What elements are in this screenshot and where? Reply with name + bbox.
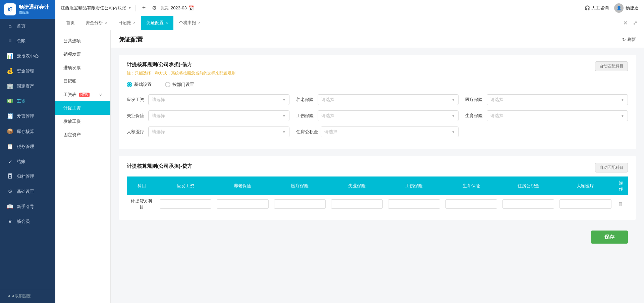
user-menu[interactable]: 👤 畅捷通 [614,3,639,13]
pension-label: 养老保险 [296,97,315,103]
unemployment-label: 失业保险 [127,113,146,119]
tab-close-journal[interactable]: × [133,20,136,25]
credit-housing-fund-input[interactable] [502,199,554,209]
gross-salary-select[interactable]: 请选择 ▼ [148,94,289,105]
gross-salary-arrow-icon: ▼ [282,98,286,102]
save-button[interactable]: 保存 [591,231,628,244]
calendar-icon[interactable]: 📅 [188,5,194,11]
medical-select[interactable]: 请选择 ▼ [487,94,628,105]
debit-auto-match-button[interactable]: 自动匹配科目 [595,61,628,71]
credit-pension-input[interactable] [217,199,268,209]
field-pension: 养老保险 请选择 ▼ [296,94,459,105]
sidebar-item-ledger[interactable]: ≡ 总账 [0,34,55,48]
radio-basic-circle [127,82,132,87]
tab-home[interactable]: 首页 [61,16,80,30]
subnav-item-salary-table[interactable]: 工资表 NEW ∨ [55,88,110,101]
debit-form-row-1: 应发工资 请选择 ▼ 养老保险 请选择 ▼ [127,94,628,105]
unemployment-placeholder: 请选择 [152,113,165,119]
tab-journal[interactable]: 日记账 × [113,16,141,30]
sidebar-item-home[interactable]: ⌂ 首页 [0,19,55,34]
sidebar-item-tax[interactable]: 📋 税务管理 [0,139,55,154]
sidebar-item-archive[interactable]: 🗄 归档管理 [0,169,55,184]
period-display: 账期 2023-03 📅 [161,5,194,11]
sidebar-item-salary[interactable]: 💵 工资 [0,94,55,109]
th-maternity: 生育保险 [443,176,500,195]
radio-basic[interactable]: 基础设置 [127,82,152,88]
sidebar-item-funds[interactable]: 💰 资金管理 [0,63,55,79]
unemployment-select[interactable]: 请选择 ▼ [148,110,289,121]
work-injury-arrow-icon: ▼ [451,114,455,118]
delete-row-button[interactable]: 🗑 [618,201,624,207]
housing-fund-arrow-icon: ▼ [451,130,455,134]
pension-select[interactable]: 请选择 ▼ [318,94,459,105]
th-housing-fund: 住房公积金 [500,176,557,195]
main-area: 江西服宝精品有限责任公司内账张 ▼ + ⚙ 账期 2023-03 📅 🎧 人工咨… [55,0,644,303]
credit-work-injury-input[interactable] [388,199,440,209]
page-title: 凭证配置 [119,36,143,44]
major-medical-select[interactable]: 请选择 ▼ [148,127,289,137]
maternity-label: 生育保险 [465,113,484,119]
refresh-icon: ↻ [622,37,626,42]
topbar-divider [136,5,136,11]
tab-tax-report[interactable]: 个税申报 × [173,16,206,30]
credit-maternity-input[interactable] [445,199,497,209]
credit-major-medical-input[interactable] [559,199,611,209]
pension-placeholder: 请选择 [321,97,334,103]
consult-button[interactable]: 🎧 人工咨询 [585,5,609,11]
tab-close-tax-report[interactable]: × [198,20,201,25]
subnav-item-public[interactable]: 公共选项 [55,34,110,48]
sidebar-item-guide[interactable]: 📖 新手引导 [0,199,55,214]
maternity-select[interactable]: 请选择 ▼ [487,110,628,121]
sidebar-item-reports[interactable]: 📊 云报表中心 [0,48,55,63]
subnav-item-fixed-assets[interactable]: 固定资产 [55,128,110,142]
credit-gross-salary-input[interactable] [160,199,211,209]
subnav-item-sales[interactable]: 销项发票 [55,48,110,61]
sidebar-item-invoice[interactable]: 🧾 发票管理 [0,109,55,124]
refresh-button[interactable]: ↻ 刷新 [622,37,636,43]
radio-dept[interactable]: 按部门设置 [165,82,194,88]
sidebar-item-settings[interactable]: ⚙ 基础设置 [0,184,55,199]
sidebar-item-inventory[interactable]: 📦 库存核算 [0,124,55,139]
sidebar-item-assets[interactable]: 🏢 固定资产 [0,79,55,94]
sidebar-item-vip[interactable]: V 畅会员 [0,214,55,229]
guide-icon: 📖 [7,203,13,210]
subnav-item-advance-salary[interactable]: 计提工资 [55,101,110,115]
sidebar-item-closing[interactable]: ✓ 结账 [0,154,55,169]
th-gross-salary: 应发工资 [157,176,214,195]
tab-voucher-config[interactable]: 凭证配置 × [141,16,173,30]
th-subject: 科目 [127,176,157,195]
th-work-injury: 工伤保险 [385,176,442,195]
credit-section: 计提核算规则(公司承担)-贷方 自动匹配科目 科目 应发工资 养老保险 医疗保险… [119,156,636,220]
subnav-item-journal[interactable]: 日记账 [55,74,110,88]
tab-close-voucher-config[interactable]: × [166,20,168,25]
maternity-placeholder: 请选择 [490,113,503,119]
settings-gear-icon[interactable]: ⚙ [152,5,157,11]
credit-auto-match-button[interactable]: 自动匹配科目 [595,163,628,172]
field-unemployment: 失业保险 请选择 ▼ [127,110,289,121]
credit-unemployment-input[interactable] [331,199,383,209]
subnav-item-pay-salary[interactable]: 发放工资 [55,115,110,128]
add-account-button[interactable]: + [140,4,148,12]
housing-fund-label: 住房公积金 [296,129,318,135]
close-all-tabs-button[interactable]: ✕ [622,18,629,28]
expand-button[interactable]: ⤢ [632,18,639,28]
radio-dept-circle [165,82,170,87]
debit-form-row-2: 失业保险 请选择 ▼ 工伤保险 请选择 ▼ [127,110,628,121]
radio-basic-dot [128,83,131,86]
debit-form-row-3: 大额医疗 请选择 ▼ 住房公积金 请选择 ▼ [127,127,628,137]
sidebar-unpin-button[interactable]: ◄◄取消固定 [0,289,55,303]
tab-funds[interactable]: 资金分析 × [80,16,113,30]
housing-fund-select[interactable]: 请选择 ▼ [321,127,459,137]
housing-fund-placeholder: 请选择 [324,129,337,135]
headphone-icon: 🎧 [585,5,590,10]
subnav-item-purchase[interactable]: 进项发票 [55,61,110,74]
field-housing-fund: 住房公积金 请选择 ▼ [296,127,459,137]
inventory-icon: 📦 [7,128,13,135]
avatar: 👤 [614,3,624,13]
credit-medical-input[interactable] [274,199,326,209]
work-injury-select[interactable]: 请选择 ▼ [318,110,459,121]
company-selector[interactable]: 江西服宝精品有限责任公司内账张 ▼ [61,5,131,11]
expand-arrow-icon: ∨ [99,92,102,97]
unemployment-arrow-icon: ▼ [282,114,286,118]
tab-close-funds[interactable]: × [105,20,107,25]
